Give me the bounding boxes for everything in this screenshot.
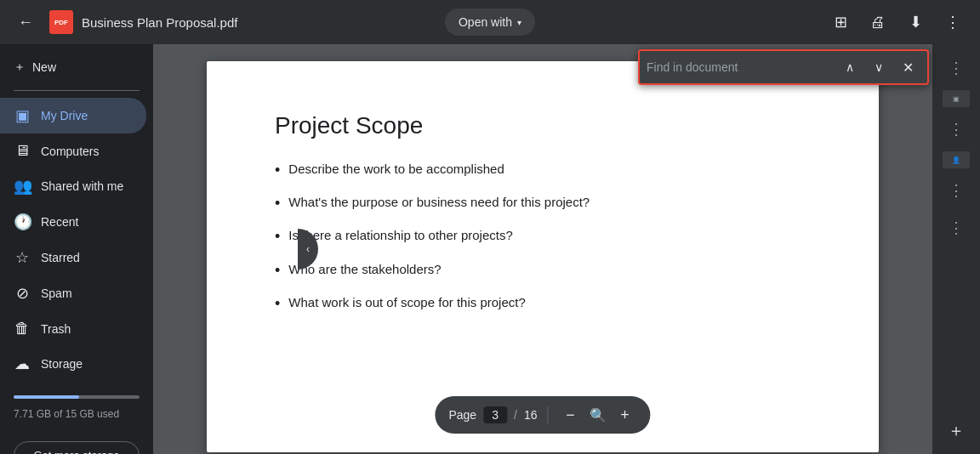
sidebar-label-computers: Computers: [41, 145, 99, 158]
zoom-icon: 🔍: [590, 407, 607, 423]
print-button[interactable]: 🖨: [861, 5, 895, 39]
computers-icon: 🖥: [14, 142, 31, 160]
back-icon: ←: [18, 14, 33, 31]
storage-bar-bg: [14, 395, 140, 399]
right-action-3[interactable]: ⋮: [939, 173, 973, 207]
spam-icon: ⊘: [14, 284, 31, 303]
shared-with-me-icon: 👥: [14, 177, 31, 196]
sidebar: ＋ New ▣ My Drive 🖥 Computers 👥 Shared wi…: [0, 44, 153, 454]
list-item-text: What's the purpose or business need for …: [288, 193, 590, 213]
download-button[interactable]: ⬇: [898, 5, 932, 39]
new-button[interactable]: ＋ New: [0, 51, 146, 83]
starred-icon: ☆: [14, 248, 31, 267]
my-drive-icon: ▣: [14, 106, 31, 125]
right-action-1[interactable]: ⋮: [939, 51, 973, 85]
download-icon: ⬇: [909, 13, 922, 31]
sidebar-item-trash[interactable]: 🗑 Trash: [0, 311, 146, 346]
sidebar-item-starred[interactable]: ☆ Starred: [0, 240, 146, 275]
right-plus-icon: ＋: [948, 419, 965, 442]
topbar: ← PDF Business Plan Proposal.pdf Open wi…: [0, 0, 980, 44]
page-controls: Page / 16 − 🔍 +: [435, 396, 650, 434]
get-more-storage-button[interactable]: Get more storage: [14, 441, 140, 454]
right-thumbnail-1: ▣: [943, 90, 970, 107]
back-button[interactable]: ←: [10, 7, 41, 37]
topbar-left: ← PDF Business Plan Proposal.pdf: [10, 7, 817, 37]
file-title: Business Plan Proposal.pdf: [82, 15, 237, 30]
sidebar-item-recent[interactable]: 🕐 Recent: [0, 204, 146, 240]
open-with-button[interactable]: Open with ▾: [445, 9, 535, 36]
right-dots-icon-1: ⋮: [949, 59, 964, 77]
storage-icon: ☁: [14, 355, 31, 373]
list-item: Describe the work to be accomplished: [275, 160, 811, 181]
find-close-icon: ✕: [903, 60, 914, 76]
right-dots-icon-3: ⋮: [949, 181, 964, 200]
zoom-out-button[interactable]: −: [559, 403, 583, 427]
sidebar-item-shared-with-me[interactable]: 👥 Shared with me: [0, 168, 146, 204]
pdf-bullet-list: Describe the work to be accomplished Wha…: [275, 160, 811, 315]
topbar-center: Open with ▾: [445, 9, 535, 36]
sidebar-label-my-drive: My Drive: [41, 109, 88, 122]
pdf-heading: Project Scope: [275, 112, 811, 139]
right-sidebar: ⋮ ▣ ⋮ 👤 ⋮ ⋮ ＋: [932, 44, 980, 454]
zoom-out-icon: −: [566, 406, 575, 424]
find-next-button[interactable]: ∨: [866, 54, 892, 80]
find-down-icon: ∨: [875, 60, 883, 74]
page-label: Page: [448, 408, 476, 422]
zoom-in-icon: +: [620, 406, 630, 424]
sidebar-label-storage: Storage: [41, 357, 83, 371]
current-page-input[interactable]: [483, 406, 507, 423]
right-action-2[interactable]: ⋮: [939, 112, 973, 146]
sidebar-label-spam: Spam: [41, 287, 72, 300]
get-storage-label: Get more storage: [33, 449, 119, 454]
list-item-text: Is there a relationship to other project…: [288, 226, 512, 246]
total-pages: 16: [524, 408, 538, 422]
sidebar-item-spam[interactable]: ⊘ Spam: [0, 275, 146, 311]
right-thumbnail-2: 👤: [943, 151, 970, 168]
sidebar-label-trash: Trash: [41, 322, 71, 336]
zoom-in-button[interactable]: +: [613, 403, 637, 427]
collapse-icon: ‹: [306, 243, 310, 255]
main-area: ＋ New ▣ My Drive 🖥 Computers 👥 Shared wi…: [0, 44, 980, 454]
find-close-button[interactable]: ✕: [895, 54, 920, 80]
sidebar-item-storage[interactable]: ☁ Storage: [0, 346, 146, 382]
more-options-button[interactable]: ⋮: [936, 5, 970, 39]
sidebar-item-my-drive[interactable]: ▣ My Drive: [0, 98, 146, 133]
more-options-icon: ⋮: [945, 13, 960, 31]
storage-bar-fill: [14, 395, 79, 399]
page-divider: [548, 406, 549, 423]
pdf-icon: PDF: [49, 10, 73, 34]
sidebar-label-shared-with-me: Shared with me: [41, 179, 123, 193]
list-item-text: What work is out of scope for this proje…: [288, 293, 525, 313]
right-dots-icon-2: ⋮: [949, 120, 964, 139]
pdf-viewer-area[interactable]: ‹ Project Scope Describe the work to be …: [153, 44, 932, 454]
new-icon: ＋: [14, 60, 26, 75]
find-input[interactable]: [647, 60, 834, 74]
topbar-right: ⊞ 🖨 ⬇ ⋮: [823, 5, 970, 39]
add-to-drive-icon: ⊞: [835, 13, 847, 31]
find-previous-button[interactable]: ∧: [837, 54, 863, 80]
right-action-4[interactable]: ⋮: [939, 211, 973, 245]
trash-icon: 🗑: [14, 320, 31, 338]
find-bar: ∧ ∨ ✕: [638, 49, 929, 85]
list-item: Is there a relationship to other project…: [275, 226, 811, 247]
recent-icon: 🕐: [14, 213, 31, 231]
dropdown-arrow-icon: ▾: [517, 18, 521, 27]
new-label: New: [32, 60, 56, 74]
print-icon: 🖨: [870, 14, 886, 31]
right-add-button[interactable]: ＋: [939, 413, 973, 447]
list-item: What's the purpose or business need for …: [275, 193, 811, 214]
list-item: What work is out of scope for this proje…: [275, 293, 811, 315]
list-item: Who are the stakeholders?: [275, 260, 811, 281]
add-to-drive-button[interactable]: ⊞: [823, 5, 858, 39]
open-with-label: Open with: [459, 15, 512, 29]
sidebar-divider: [14, 90, 140, 91]
right-dots-icon-4: ⋮: [949, 218, 964, 237]
sidebar-item-computers[interactable]: 🖥 Computers: [0, 133, 146, 168]
list-item-text: Describe the work to be accomplished: [288, 160, 504, 179]
storage-section: 7.71 GB of 15 GB used: [0, 382, 153, 434]
find-up-icon: ∧: [846, 60, 854, 74]
storage-used-text: 7.71 GB of 15 GB used: [14, 408, 119, 420]
sidebar-label-recent: Recent: [41, 215, 78, 229]
sidebar-label-starred: Starred: [41, 251, 80, 264]
page-separator: /: [514, 408, 517, 422]
